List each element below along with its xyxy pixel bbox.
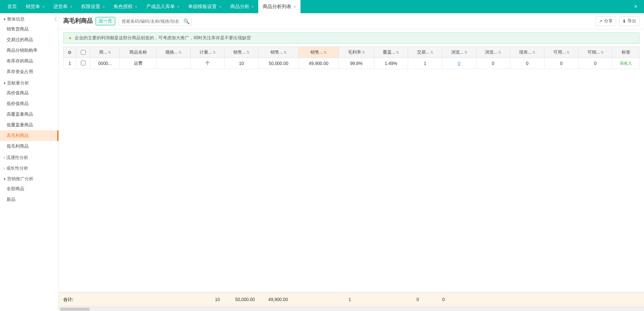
row-checkbox[interactable] [81, 61, 86, 65]
col-sales-amt2[interactable]: 销售... ⇅ [299, 47, 339, 58]
col-unit[interactable]: 计量... ⇅ [190, 47, 224, 58]
col-checkbox[interactable] [76, 47, 90, 58]
content-panel: 高毛利商品 近一月 🔍 ↗ 分享 ⬇ 导出 ✦ 企业的主要的利润都是这部分商品创… [59, 13, 644, 311]
share-btn[interactable]: ↗ 分享 [596, 16, 616, 26]
sort-sales-amt-icon[interactable]: ⇅ [284, 50, 287, 54]
sort-unit-icon[interactable]: ⇅ [213, 50, 216, 54]
sidebar-item-high-margin[interactable]: 高毛利商品 [0, 130, 58, 141]
col-available[interactable]: 可用... ⇅ [544, 47, 579, 58]
close-product-in-tab[interactable]: × [177, 4, 179, 9]
sidebar-section-overall[interactable]: ▾ 整体信息 [0, 13, 58, 24]
sidebar-section-contribution[interactable]: ▾ 贡献量分析 [0, 77, 58, 88]
export-btn[interactable]: ⬇ 导出 [619, 16, 640, 26]
sidebar-collapse-btn[interactable]: 《 [52, 16, 57, 23]
sort-sales-amt2-icon[interactable]: ⇅ [324, 50, 327, 54]
col-gross-rate[interactable]: 毛利率 ⇅ [339, 47, 374, 58]
sort-gross-rate-icon[interactable]: ⇅ [362, 50, 365, 54]
sidebar-item-low-value[interactable]: 低价值商品 [0, 98, 58, 109]
close-all-btn[interactable]: × [630, 3, 641, 10]
horizontal-scrollbar[interactable] [59, 307, 644, 311]
close-analysis-list-tab[interactable]: × [294, 4, 296, 9]
col-code[interactable]: 商... ⇅ [90, 47, 120, 58]
sidebar-item-in-stock[interactable]: 有库存的商品 [0, 56, 58, 66]
nav-analysis-list[interactable]: 商品分析列表 × [258, 0, 300, 13]
sidebar-item-sales-goods[interactable]: 销售货商品 [0, 24, 58, 35]
arrow-contribution: ▾ [4, 81, 6, 85]
data-table: ⚙ 商... ⇅ 商品名称 [63, 47, 640, 69]
nav-purchase[interactable]: 进货单 × [49, 0, 76, 13]
col-current[interactable]: 现有... ⇅ [510, 47, 544, 58]
table-row: 1 0000... 运费 [64, 58, 640, 69]
sidebar-section-flow[interactable]: › 流通性分析 [0, 152, 58, 162]
sidebar-item-high-coverage[interactable]: 高覆盖量商品 [0, 109, 58, 120]
sort-sales-qty-icon[interactable]: ⇅ [247, 50, 249, 54]
footer-available: 0 [431, 297, 456, 302]
close-template-tab[interactable]: × [219, 4, 221, 9]
sort-transactions-icon[interactable]: ⇅ [430, 50, 433, 54]
sort-browse1-icon[interactable]: ⇅ [464, 50, 467, 54]
close-analysis-tab[interactable]: × [252, 4, 254, 9]
scroll-thumb[interactable] [60, 308, 90, 311]
footer-transactions: 1 [339, 297, 361, 302]
nav-role[interactable]: 角色授权 × [109, 0, 141, 13]
footer-sales-amt: 50,000.00 [229, 297, 262, 302]
sidebar-item-stock-capital[interactable]: 库存资金占用 [0, 66, 58, 77]
col-sales-qty[interactable]: 销售... ⇅ [224, 47, 259, 58]
cell-checkbox[interactable] [76, 58, 90, 69]
sidebar-item-low-coverage[interactable]: 低覆盖量商品 [0, 120, 58, 130]
search-icon[interactable]: 🔍 [183, 18, 190, 24]
select-all-checkbox[interactable] [81, 50, 86, 55]
sidebar-section-marketing[interactable]: ▾ 营销推广分析 [0, 173, 58, 184]
col-sales-amt[interactable]: 销售... ⇅ [259, 47, 299, 58]
nav-sales[interactable]: 销货单 × [21, 0, 49, 13]
sort-code-icon[interactable]: ⇅ [108, 50, 111, 54]
sort-available-icon[interactable]: ⇅ [566, 50, 569, 54]
close-purchase-tab[interactable]: × [70, 4, 72, 9]
nav-analysis[interactable]: 商品分析 × [226, 0, 258, 13]
panel-header: 高毛利商品 近一月 🔍 ↗ 分享 ⬇ 导出 [59, 13, 644, 29]
sidebar-item-low-margin[interactable]: 低毛利商品 [0, 141, 58, 152]
sidebar-section-growth[interactable]: › 成长性分析 [0, 162, 58, 173]
search-input[interactable] [118, 17, 192, 26]
cell-coverage: 1.49% [374, 58, 408, 69]
sort-spec-icon[interactable]: ⇅ [179, 50, 181, 54]
sidebar-item-new-goods[interactable]: 新品 [0, 194, 58, 205]
sidebar-item-high-value[interactable]: 高价值商品 [0, 88, 58, 98]
nav-product-in[interactable]: 产成品入库单 × [142, 0, 184, 13]
cell-tag: 高收入 [612, 58, 640, 69]
footer-totals: 合计: 10 50,000.00 49,900.00 1 0 0 [59, 292, 644, 307]
sort-browse2-icon[interactable]: ⇅ [498, 50, 501, 54]
col-sellable[interactable]: 可销... ⇅ [578, 47, 612, 58]
filter-recent-month-btn[interactable]: 近一月 [96, 17, 115, 25]
col-tag: 标签 [612, 47, 640, 58]
close-permission-tab[interactable]: × [102, 4, 105, 9]
close-role-tab[interactable]: × [135, 4, 137, 9]
close-sales-tab[interactable]: × [42, 4, 44, 9]
nav-permission[interactable]: 权限设置 × [77, 0, 109, 13]
col-browse1[interactable]: 浏览... ⇅ [442, 47, 476, 58]
sidebar-item-all-goods[interactable]: 全部商品 [0, 184, 58, 194]
cell-spec [156, 58, 191, 69]
table-container[interactable]: ⚙ 商... ⇅ 商品名称 [59, 47, 644, 292]
cell-sellable: 0 [578, 58, 612, 69]
col-transactions[interactable]: 交易... ⇅ [408, 47, 442, 58]
cell-code: 0000... [90, 58, 120, 69]
nav-template[interactable]: 单据模板设置 × [184, 0, 226, 13]
footer-sales-qty: 10 [206, 297, 229, 302]
sort-current-icon[interactable]: ⇅ [532, 50, 535, 54]
col-name[interactable]: 商品名称 [120, 47, 156, 58]
search-wrapper: 🔍 [118, 17, 192, 26]
nav-home[interactable]: 首页 [3, 0, 21, 13]
panel-title: 高毛利商品 [63, 17, 93, 25]
col-settings[interactable]: ⚙ [64, 47, 76, 58]
cell-browse1[interactable]: 0 [442, 58, 476, 69]
col-browse2[interactable]: 浏览... ⇅ [476, 47, 510, 58]
col-coverage[interactable]: 覆盖... ⇅ [374, 47, 408, 58]
cell-browse2: 0 [476, 58, 510, 69]
col-spec[interactable]: 规格... ⇅ [156, 47, 191, 58]
sidebar-item-distribution-rate[interactable]: 商品分销助购率 [0, 45, 58, 56]
sort-sellable-icon[interactable]: ⇅ [601, 50, 604, 54]
sort-coverage-icon[interactable]: ⇅ [396, 50, 399, 54]
share-icon: ↗ [599, 19, 602, 24]
sidebar-item-traded-goods[interactable]: 交易过的商品 [0, 35, 58, 45]
